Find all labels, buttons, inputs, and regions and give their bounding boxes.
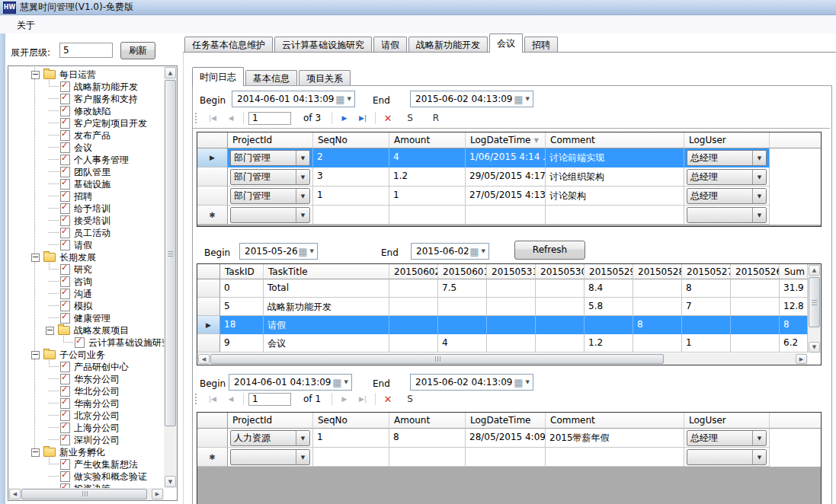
tree-item[interactable]: 接受培训 <box>8 215 164 227</box>
grid-cell[interactable]: 讨论架构 <box>546 187 684 206</box>
grid-vertical-scrollbar[interactable]: ▲▼ <box>808 264 821 353</box>
row-header[interactable]: ✱ <box>197 448 228 467</box>
grid-cell[interactable] <box>313 448 389 467</box>
cell-dropdown[interactable]: ▼ <box>230 207 310 223</box>
grid-cell[interactable]: 1 <box>389 187 466 206</box>
grid-cell[interactable] <box>731 334 780 352</box>
grid-cell[interactable]: 人力资源▼ <box>228 429 313 448</box>
scroll-right-icon[interactable]: ▶ <box>152 489 163 499</box>
tree-item[interactable]: 研究 <box>8 263 164 276</box>
collapse-icon[interactable] <box>31 448 40 457</box>
grid-cell[interactable]: 8 <box>389 429 466 448</box>
grid-cell[interactable]: 5.8 <box>585 298 633 316</box>
grid-cell[interactable] <box>731 298 780 316</box>
grid-cell[interactable]: 请假 <box>264 316 389 334</box>
scroll-up-icon[interactable]: ▲ <box>165 67 176 78</box>
grid-corner[interactable] <box>197 264 220 279</box>
tree-item[interactable]: 员工活动 <box>8 227 164 239</box>
grid-cell[interactable]: 2 <box>313 148 389 167</box>
tree-item[interactable]: 投资决策 <box>8 483 164 488</box>
column-header-loguser[interactable]: LogUser <box>684 132 770 148</box>
grid-cell[interactable]: ▼ <box>228 206 313 225</box>
grid-cell[interactable] <box>487 279 536 298</box>
column-header-projectid[interactable]: ProjectId <box>228 413 313 429</box>
tree-item[interactable]: 云计算基础设施研究 <box>8 337 164 349</box>
column-header-logdatetime[interactable]: LogDateTime▼ <box>466 132 546 148</box>
time-log-grid-top[interactable]: ProjectIdSeqNoAmountLogDateTime▼CommentL… <box>197 132 822 227</box>
grid-cell[interactable]: 29/05/2015 4:17... <box>466 167 546 187</box>
delete-button[interactable]: ✕ <box>379 111 397 125</box>
column-header-seqno[interactable]: SeqNo <box>313 413 389 429</box>
column-header-taskid[interactable]: TaskID <box>220 264 264 279</box>
begin-datetime-picker[interactable]: 2014-06-01 04:13:09 ▦ ▼ <box>232 91 355 107</box>
grid-cell[interactable]: 总经理▼ <box>684 167 770 187</box>
grid-cell[interactable] <box>389 334 438 352</box>
dropdown-arrow-icon[interactable]: ▼ <box>296 450 309 464</box>
grid-cell[interactable] <box>466 206 546 225</box>
grid-cell[interactable]: 8.4 <box>585 279 633 298</box>
grid-cell[interactable]: 28/05/2015 4:09... <box>466 429 546 448</box>
move-first-button[interactable]: |◀ <box>203 392 222 406</box>
tree-item[interactable]: 模拟 <box>8 300 164 312</box>
column-header-projectid[interactable]: ProjectId <box>228 132 313 148</box>
grid-cell[interactable] <box>536 334 585 352</box>
grid-cell[interactable]: 12.8 <box>780 298 808 316</box>
grid-cell[interactable]: 讨论组织架构 <box>546 167 684 187</box>
grid-cell[interactable] <box>536 279 585 298</box>
grid-cell[interactable]: 1 <box>313 187 389 206</box>
grid-cell[interactable] <box>389 298 438 316</box>
cell-dropdown[interactable]: 部门管理▼ <box>230 188 310 204</box>
tree-item[interactable]: 华南分公司 <box>8 397 164 410</box>
row-header[interactable] <box>197 298 220 316</box>
cell-dropdown[interactable]: ▼ <box>230 449 310 465</box>
grid-cell[interactable]: 8 <box>780 316 808 334</box>
chevron-down-icon[interactable]: ▼ <box>526 96 530 102</box>
end-date-picker[interactable]: 2015-06-02 ▦ ▼ <box>411 243 489 260</box>
cell-dropdown[interactable]: ▼ <box>687 207 767 223</box>
grid-cell[interactable]: ▼ <box>684 448 770 467</box>
column-header-20150531[interactable]: 20150531 <box>487 264 536 279</box>
row-header[interactable]: ▶ <box>197 148 228 167</box>
scrollbar-thumb[interactable] <box>165 80 176 426</box>
refresh-pivot-button[interactable]: Refresh <box>514 241 585 260</box>
cell-dropdown[interactable]: 部门管理▼ <box>230 169 310 185</box>
grid-row[interactable]: 人力资源▼1828/05/2015 4:09...2015带薪年假总经理▼ <box>197 429 821 448</box>
move-next-button[interactable]: ▶ <box>335 111 354 125</box>
column-header-seqno[interactable]: SeqNo <box>313 132 389 148</box>
grid-cell[interactable]: 7 <box>682 298 731 316</box>
end-datetime-picker[interactable]: 2015-06-02 04:13:09 ▦ ▼ <box>410 374 533 391</box>
grid-cell[interactable]: 8 <box>682 279 731 298</box>
move-first-button[interactable]: |◀ <box>203 111 222 125</box>
column-header-20150601[interactable]: 20150601 <box>438 264 487 279</box>
dropdown-arrow-icon[interactable]: ▼ <box>296 189 309 203</box>
tree-item[interactable]: 修改缺陷 <box>8 105 164 117</box>
tree-item[interactable]: 华北分公司 <box>8 385 164 397</box>
grid-cell[interactable] <box>487 316 536 334</box>
scrollbar-thumb[interactable] <box>210 354 664 364</box>
delete-button[interactable]: ✕ <box>379 392 397 406</box>
tree-item[interactable]: 长期发展 <box>8 251 164 263</box>
grid-cell[interactable]: 6.2 <box>780 334 808 352</box>
grid-cell[interactable] <box>487 334 536 352</box>
collapse-icon[interactable] <box>31 351 40 359</box>
tree-item[interactable]: 战略新功能开发 <box>8 81 164 93</box>
grid-row[interactable]: ▶部门管理▼241/06/2015 4:14 ...讨论前端实现总经理▼ <box>197 148 821 167</box>
scroll-up-icon[interactable]: ▲ <box>809 265 820 276</box>
grid-cell[interactable]: ▼ <box>228 448 313 467</box>
column-header-comment[interactable]: Comment <box>546 132 684 148</box>
cell-dropdown[interactable]: 总经理▼ <box>687 169 767 185</box>
chevron-down-icon[interactable]: ▼ <box>344 379 348 385</box>
grid-cell[interactable] <box>546 448 684 467</box>
tree-item[interactable]: 团队管里 <box>8 166 164 178</box>
dropdown-arrow-icon[interactable]: ▼ <box>296 208 309 222</box>
tree-item[interactable]: 基础设施 <box>8 178 164 190</box>
grid-cell[interactable] <box>389 206 466 225</box>
column-header-20150602[interactable]: 20150602 <box>389 264 438 279</box>
tree-item[interactable]: 新业务孵化 <box>8 446 164 458</box>
grid-cell[interactable]: 讨论前端实现 <box>546 148 684 167</box>
expand-level-input[interactable] <box>59 43 113 58</box>
sub-tab-2[interactable]: 项目关系 <box>299 70 351 85</box>
column-header-amount[interactable]: Amount <box>389 413 466 429</box>
scroll-left-icon[interactable]: ◀ <box>9 489 21 499</box>
grid-corner[interactable] <box>197 413 228 429</box>
